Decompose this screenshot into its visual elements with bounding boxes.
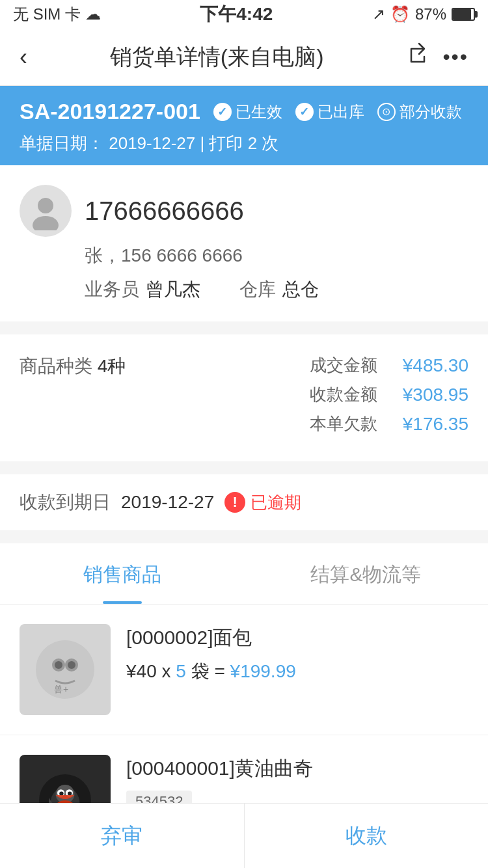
location-icon: ↗ xyxy=(372,5,385,23)
order-header: SA-20191227-001 ✓ 已生效 ✓ 已出库 ⊙ 部分收款 单据日期：… xyxy=(0,86,488,165)
svg-text:兽+: 兽+ xyxy=(54,684,68,694)
product-equals: = xyxy=(214,661,230,681)
product-image-bread: 兽+ xyxy=(20,624,111,715)
check-icon-2: ✓ xyxy=(295,103,314,121)
collected-amount-value: ¥308.95 xyxy=(390,385,468,405)
product-price-x: x xyxy=(162,661,176,681)
collected-amount-label: 收款金额 xyxy=(310,383,377,406)
customer-top: 17666666666 xyxy=(20,185,468,237)
svg-point-1 xyxy=(33,216,59,230)
svg-point-14 xyxy=(68,791,72,795)
product-name-cookies: [000400001]黄油曲奇 xyxy=(126,755,468,782)
share-icon[interactable] xyxy=(406,42,429,72)
due-date-value: 2019-12-27 xyxy=(121,492,214,513)
salesperson-value: 曾凡杰 xyxy=(146,277,200,302)
order-date-row: 单据日期： 2019-12-27 | 打印 2 次 xyxy=(20,132,468,155)
salesperson-label: 业务员 xyxy=(85,277,139,302)
battery-level: 87% xyxy=(415,5,446,23)
collected-amount-row: 收款金额 ¥308.95 xyxy=(310,383,468,406)
nav-bar: ‹ 销货单详情(来自电脑) ••• xyxy=(0,29,488,86)
status-right: ↗ ⏰ 87% xyxy=(372,5,475,23)
overdue-badge: ! 已逾期 xyxy=(224,491,301,514)
overdue-icon: ! xyxy=(224,492,245,513)
more-icon[interactable]: ••• xyxy=(442,45,468,69)
order-date: 2019-12-27 xyxy=(109,133,195,153)
tab-sales-products[interactable]: 销售商品 xyxy=(0,543,244,604)
product-total: ¥199.99 xyxy=(230,661,296,681)
product-count-label: 商品种类 xyxy=(20,356,92,376)
status-badge-shipped: ✓ 已出库 xyxy=(295,102,364,122)
overdue-label: 已逾期 xyxy=(251,491,301,514)
avatar xyxy=(20,185,72,237)
product-unit: 袋 xyxy=(191,661,210,681)
cancel-label: 弃审 xyxy=(101,822,142,850)
product-item: 兽+ [0000002]面包 ¥40 x 5 袋 = ¥199.99 xyxy=(0,604,488,735)
product-count-value: 4种 xyxy=(98,356,126,376)
svg-point-13 xyxy=(59,791,63,795)
status-shipped-label: 已出库 xyxy=(318,102,364,122)
svg-point-0 xyxy=(38,198,53,213)
summary-section: 商品种类 4种 成交金额 ¥485.30 收款金额 ¥308.95 本单欠款 ¥… xyxy=(0,334,488,461)
deal-amount-value: ¥485.30 xyxy=(390,355,468,376)
amounts: 成交金额 ¥485.30 收款金额 ¥308.95 本单欠款 ¥176.35 xyxy=(310,354,468,442)
battery-icon xyxy=(452,8,475,21)
customer-section: 17666666666 张，156 6666 6666 业务员 曾凡杰 仓库 总… xyxy=(0,165,488,321)
confirm-label: 收款 xyxy=(346,822,387,850)
status-active-label: 已生效 xyxy=(236,102,282,122)
status-partial-label: 部分收款 xyxy=(400,102,462,122)
clock-icon: ⊙ xyxy=(377,103,396,121)
confirm-button[interactable]: 收款 xyxy=(245,804,489,868)
warehouse-item: 仓库 总仓 xyxy=(239,277,319,302)
print-info: | 打印 2 次 xyxy=(200,133,278,153)
tab-settlement[interactable]: 结算&物流等 xyxy=(244,543,488,604)
status-bar: 无 SIM 卡 ☁ 下午4:42 ↗ ⏰ 87% xyxy=(0,0,488,29)
owed-amount-row: 本单欠款 ¥176.35 xyxy=(310,413,468,435)
customer-id: 17666666666 xyxy=(85,197,244,226)
salesperson-item: 业务员 曾凡杰 xyxy=(85,277,200,302)
due-date-section: 收款到期日 2019-12-27 ! 已逾期 xyxy=(0,474,488,530)
svg-point-5 xyxy=(55,661,62,669)
status-badge-partial: ⊙ 部分收款 xyxy=(377,102,462,122)
back-button[interactable]: ‹ xyxy=(20,44,27,71)
svg-point-6 xyxy=(68,661,75,669)
alarm-icon: ⏰ xyxy=(390,5,410,23)
product-info-bread: [0000002]面包 ¥40 x 5 袋 = ¥199.99 xyxy=(126,624,468,684)
product-count: 商品种类 4种 xyxy=(20,354,126,379)
owed-amount-value: ¥176.35 xyxy=(390,414,468,435)
summary-row: 商品种类 4种 成交金额 ¥485.30 收款金额 ¥308.95 本单欠款 ¥… xyxy=(20,354,468,442)
warehouse-value: 总仓 xyxy=(282,277,319,302)
tab-settlement-label: 结算&物流等 xyxy=(310,563,421,585)
status-left: 无 SIM 卡 ☁ xyxy=(13,4,101,25)
nav-actions: ••• xyxy=(406,42,468,72)
deal-amount-label: 成交金额 xyxy=(310,354,377,377)
page-title: 销货单详情(来自电脑) xyxy=(110,42,324,72)
product-price-value: ¥40 xyxy=(126,661,157,681)
owed-amount-label: 本单欠款 xyxy=(310,413,377,435)
deal-amount-row: 成交金额 ¥485.30 xyxy=(310,354,468,377)
tab-sales-label: 销售商品 xyxy=(83,563,161,585)
tabs-section: 销售商品 结算&物流等 xyxy=(0,543,488,604)
check-icon-1: ✓ xyxy=(213,103,232,121)
due-date-label: 收款到期日 xyxy=(20,490,111,515)
product-price-bread: ¥40 x 5 袋 = ¥199.99 xyxy=(126,659,468,684)
status-badge-active: ✓ 已生效 xyxy=(213,102,282,122)
customer-meta: 业务员 曾凡杰 仓库 总仓 xyxy=(20,277,468,302)
status-time: 下午4:42 xyxy=(200,2,273,27)
customer-name-phone: 张，156 6666 6666 xyxy=(20,243,468,268)
product-qty: 5 xyxy=(176,661,186,681)
warehouse-label: 仓库 xyxy=(239,277,276,302)
order-id-row: SA-20191227-001 ✓ 已生效 ✓ 已出库 ⊙ 部分收款 xyxy=(20,99,468,124)
bottom-bar: 弃审 收款 xyxy=(0,803,488,868)
cancel-button[interactable]: 弃审 xyxy=(0,804,245,868)
product-name-bread: [0000002]面包 xyxy=(126,624,468,651)
order-id: SA-20191227-001 xyxy=(20,99,200,124)
date-label: 单据日期： xyxy=(20,133,104,153)
sim-status: 无 SIM 卡 ☁ xyxy=(13,4,101,25)
